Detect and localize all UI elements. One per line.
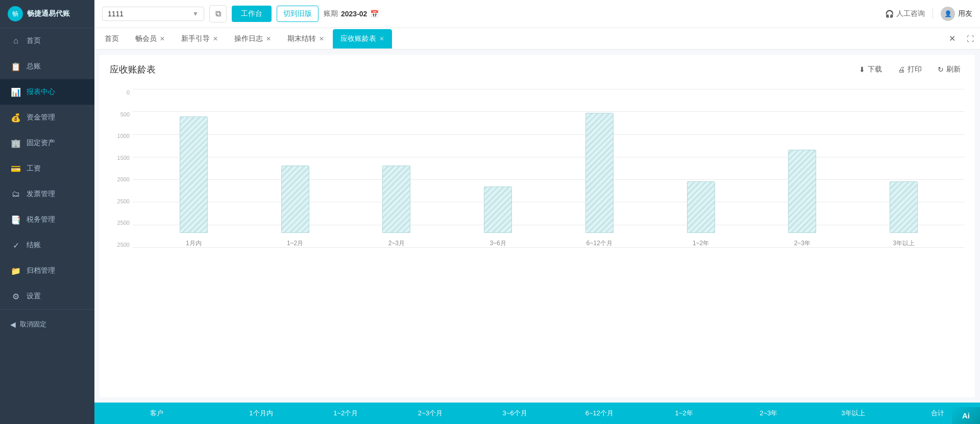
switch-version-button[interactable]: 切到旧版 (277, 6, 318, 22)
tab-member[interactable]: 畅会员✕ (128, 29, 173, 49)
tab-close-oplog[interactable]: ✕ (266, 36, 271, 42)
tab-close-aging[interactable]: ✕ (379, 36, 384, 42)
download-icon: ⬇ (859, 65, 865, 74)
cancel-fixed-btn[interactable]: ◀ 取消固定 (0, 315, 94, 334)
copy-icon: ⧉ (215, 9, 221, 18)
tab-guide[interactable]: 新手引导✕ (174, 29, 226, 49)
sidebar-logo: 畅 畅捷通易代账 (0, 0, 94, 28)
sidebar-item-funds[interactable]: 💰 资金管理 (0, 105, 94, 130)
sidebar-item-settings[interactable]: ⚙ 设置 (0, 284, 94, 309)
sidebar-nav: ⌂ 首页 📋 总账 📊 报表中心 💰 资金管理 🏢 固定资产 💳 工资 🗂 发票… (0, 28, 94, 424)
tab-label-oplog: 操作日志 (234, 34, 263, 43)
chart-y-label: 2000 (110, 176, 133, 182)
sidebar-item-archive[interactable]: 📁 归档管理 (0, 258, 94, 284)
tab-aging[interactable]: 应收账龄表✕ (333, 29, 392, 49)
logo-icon: 畅 (8, 6, 23, 21)
page-title: 应收账龄表 (110, 63, 156, 76)
chart-y-label: 2500 (110, 242, 133, 248)
page-header: 应收账龄表 ⬇ 下载 🖨 打印 ↻ 刷新 (110, 62, 965, 77)
avatar-icon: 👤 (944, 10, 952, 17)
sidebar-label-invoice: 发票管理 (27, 190, 55, 199)
consult-label: 人工咨询 (896, 9, 925, 18)
chart-bar-group-2~3月: 2~3月 (346, 166, 448, 248)
tab-label-guide: 新手引导 (181, 34, 210, 43)
ai-badge[interactable]: Ai (952, 407, 980, 424)
tab-close-period-end[interactable]: ✕ (319, 36, 324, 42)
copy-icon-btn[interactable]: ⧉ (209, 5, 227, 22)
company-selector[interactable]: 1111 ▼ (102, 7, 204, 21)
funds-icon: 💰 (10, 112, 21, 123)
assets-icon: 🏢 (10, 137, 21, 149)
period-display: 账期 2023-02 📅 (324, 9, 379, 18)
sidebar-item-salary[interactable]: 💳 工资 (0, 156, 94, 181)
chart-bar-group-1月内: 1月内 (143, 116, 244, 248)
close-all-tabs-btn[interactable]: ✕ (945, 32, 959, 46)
tax-icon: 📑 (10, 214, 21, 225)
download-btn[interactable]: ⬇ 下载 (855, 62, 886, 77)
workbench-button[interactable]: 工作台 (232, 6, 272, 22)
sidebar-item-ledger[interactable]: 📋 总账 (0, 54, 94, 79)
chart-y-label: 2500 (110, 220, 133, 226)
table-header-3~6个月: 3~6个月 (473, 409, 557, 418)
sidebar-item-assets[interactable]: 🏢 固定资产 (0, 130, 94, 156)
chart-area: 2500250025002000150010005000 1月内1~2月2~3月… (110, 84, 965, 390)
chart-bar-2~3年 (788, 150, 816, 233)
print-label: 打印 (908, 65, 922, 74)
chart-bar-2~3月 (382, 166, 410, 233)
invoice-icon: 🗂 (10, 189, 21, 200)
table-header-6~12个月: 6~12个月 (557, 409, 642, 418)
print-icon: 🖨 (898, 65, 905, 74)
tab-close-guide[interactable]: ✕ (213, 36, 218, 42)
tab-oplog[interactable]: 操作日志✕ (227, 29, 279, 49)
sidebar-item-checkout[interactable]: ✓ 结账 (0, 232, 94, 258)
user-menu[interactable]: 👤 用友 (941, 7, 972, 21)
refresh-btn[interactable]: ↻ 刷新 (934, 62, 965, 77)
consult-btn[interactable]: 🎧 人工咨询 (885, 9, 925, 18)
sidebar-item-invoice[interactable]: 🗂 发票管理 (0, 181, 94, 207)
header: 1111 ▼ ⧉ 工作台 切到旧版 账期 2023-02 📅 🎧 人工咨询 👤 … (94, 0, 980, 28)
chart-y-label: 500 (110, 111, 133, 117)
chart-bar-3年以上 (890, 181, 918, 233)
chart-y-label: 1500 (110, 155, 133, 161)
sidebar-item-tax[interactable]: 📑 税务管理 (0, 207, 94, 232)
expand-btn[interactable]: ⛶ (963, 32, 977, 46)
sidebar-label-funds: 资金管理 (27, 113, 55, 122)
page-content: 应收账龄表 ⬇ 下载 🖨 打印 ↻ 刷新 (100, 55, 975, 397)
header-divider (933, 9, 933, 19)
table-header-2~3个月: 2~3个月 (388, 409, 473, 418)
cancel-fixed-label: 取消固定 (20, 320, 46, 329)
sidebar-label-archive: 归档管理 (27, 266, 55, 275)
table-header-1个月内: 1个月内 (219, 409, 304, 418)
tab-home[interactable]: 首页 (97, 29, 127, 49)
ledger-icon: 📋 (10, 61, 21, 72)
tab-close-member[interactable]: ✕ (160, 36, 165, 42)
tab-period-end[interactable]: 期末结转✕ (280, 29, 332, 49)
print-btn[interactable]: 🖨 打印 (894, 62, 926, 77)
chart-grid: 1月内1~2月2~3月3~6月6~12个月1~2年2~3年3年以上 (133, 89, 965, 248)
table-header-3年以上: 3年以上 (811, 409, 896, 418)
header-right: 🎧 人工咨询 👤 用友 (885, 7, 972, 21)
tab-label-member: 畅会员 (135, 34, 157, 43)
cancel-fixed-icon: ◀ (10, 320, 16, 328)
chart-x-label-3年以上: 3年以上 (893, 239, 915, 248)
chart-x-label-6~12个月: 6~12个月 (586, 239, 612, 248)
calendar-icon[interactable]: 📅 (370, 10, 379, 18)
sidebar-item-home[interactable]: ⌂ 首页 (0, 28, 94, 54)
chart-bar-1~2年 (687, 181, 715, 233)
refresh-label: 刷新 (946, 65, 961, 74)
sidebar-label-home: 首页 (27, 36, 41, 45)
sidebar-label-tax: 税务管理 (27, 215, 55, 224)
table-header-1~2年: 1~2年 (642, 409, 726, 418)
company-dropdown-icon: ▼ (192, 10, 199, 17)
tabs-right-controls: ✕ ⛶ (945, 32, 977, 46)
reports-icon: 📊 (10, 86, 21, 98)
chart-bar-1~2月 (281, 166, 309, 233)
tab-label-period-end: 期末结转 (287, 34, 316, 43)
table-header-2~3年: 2~3年 (726, 409, 811, 418)
sidebar-label-salary: 工资 (27, 164, 41, 173)
chart-y-label: 2500 (110, 198, 133, 204)
user-label: 用友 (958, 9, 972, 18)
sidebar-item-reports[interactable]: 📊 报表中心 (0, 79, 94, 105)
chart-y-label: 1000 (110, 133, 133, 139)
chart-bars: 1月内1~2月2~3月3~6月6~12个月1~2年2~3年3年以上 (133, 89, 965, 248)
